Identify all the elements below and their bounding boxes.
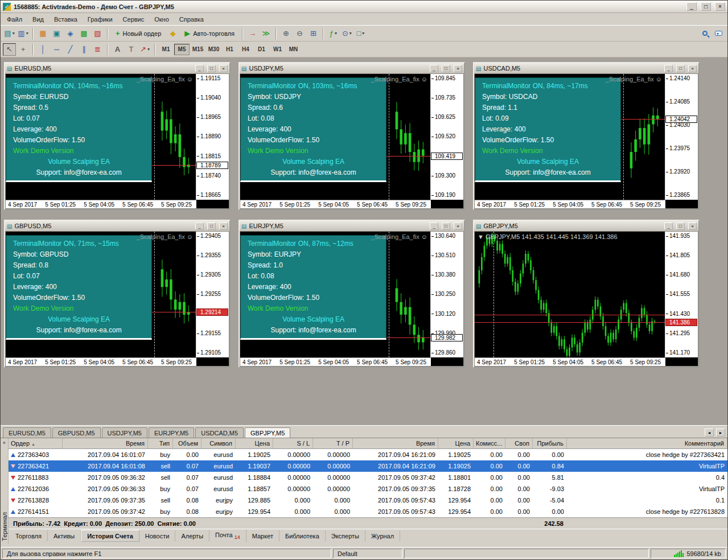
history-row[interactable]: 2273634212017.09.04 16:01:08sell0.07euru… [9, 460, 727, 472]
navigator-button[interactable]: ◈ [64, 27, 77, 40]
column-header-1[interactable]: Ордер▲ [9, 438, 63, 448]
smiley-icon[interactable]: ☺ [656, 76, 662, 83]
time-axis[interactable]: 4 Sep 20175 Sep 01:255 Sep 04:055 Sep 06… [475, 200, 665, 208]
chart-restore-button[interactable]: □ [442, 65, 450, 72]
time-axis[interactable]: 4 Sep 20175 Sep 01:255 Sep 04:055 Sep 06… [6, 357, 196, 366]
column-header-12[interactable]: Своп [505, 438, 533, 448]
smiley-icon[interactable]: ☺ [421, 76, 427, 83]
chart-title-bar[interactable]: ▤ USDJPY,M5 _ □ × [240, 63, 464, 73]
templates-button[interactable]: □▾ [354, 27, 367, 40]
timeframe-m5[interactable]: M5 [174, 44, 190, 55]
chart-restore-button[interactable]: □ [676, 223, 685, 230]
chart-close-button[interactable]: × [454, 223, 462, 230]
chart-canvas[interactable]: TerminalMonitor ON, 104ms, ~16msSymbol: … [6, 74, 196, 200]
chart-canvas[interactable]: TerminalMonitor ON, 103ms, ~16msSymbol: … [240, 74, 431, 200]
chart-minimize-button[interactable]: _ [195, 223, 204, 230]
tab-trade[interactable]: Торговля [10, 530, 48, 541]
chart-tab-eurusd[interactable]: EURUSD,M5 [3, 427, 51, 438]
history-row[interactable]: 2276118832017.09.05 09:36:32sell0.07euru… [9, 472, 727, 483]
window-minimize-button[interactable]: _ [686, 2, 697, 11]
price-scale[interactable]: 1.294051.293551.293051.292551.292051.291… [196, 232, 229, 357]
crosshair-button[interactable]: + [17, 43, 30, 56]
profile-selector[interactable]: Default [333, 549, 402, 558]
chart-title-bar[interactable]: ▤ GBPUSD,M5 _ □ × [5, 221, 229, 231]
time-axis[interactable]: 4 Sep 20175 Sep 01:255 Sep 04:055 Sep 06… [475, 357, 665, 366]
timeframe-w1[interactable]: W1 [270, 44, 285, 55]
vertical-line-button[interactable]: │ [36, 43, 50, 56]
chart-title-bar[interactable]: ▤ EURUSD,M5 _ □ × [5, 63, 229, 73]
time-axis[interactable]: 4 Sep 20175 Sep 01:255 Sep 04:055 Sep 06… [240, 357, 431, 366]
time-axis[interactable]: 4 Sep 20175 Sep 01:255 Sep 04:055 Sep 06… [6, 200, 196, 208]
zoom-out-button[interactable]: ⊖ [293, 27, 306, 40]
chart-restore-button[interactable]: □ [207, 223, 216, 230]
column-header-5[interactable]: Символ [201, 438, 236, 448]
timeframe-h1[interactable]: H1 [222, 44, 237, 55]
chart-restore-button[interactable]: □ [442, 223, 450, 230]
data-window-button[interactable]: ▣ [50, 27, 63, 40]
auto-scroll-button[interactable]: ≫ [260, 27, 273, 40]
column-header-8[interactable]: T / P [313, 438, 353, 448]
tab-journal[interactable]: Журнал [365, 530, 400, 541]
price-scale[interactable]: 1.241401.240851.240301.239751.239201.238… [665, 74, 698, 200]
tab-scroll-left-button[interactable]: ◄ [705, 429, 714, 437]
tab-market[interactable]: Маркет [246, 530, 279, 541]
trendline-button[interactable]: ╱ [64, 43, 77, 56]
column-header-4[interactable]: Объем [173, 438, 201, 448]
periods-button[interactable]: ⊙▾ [340, 27, 353, 40]
column-header-13[interactable]: Прибыль [533, 438, 567, 448]
column-header-7[interactable]: S / L [273, 438, 313, 448]
timeframe-m30[interactable]: M30 [206, 44, 221, 55]
market-watch-button[interactable]: ▦ [36, 27, 50, 40]
column-header-6[interactable]: Цена [236, 438, 273, 448]
timeframe-mn[interactable]: MN [286, 44, 301, 55]
profiles-button[interactable]: ▥▾ [17, 27, 30, 40]
search-button[interactable] [698, 27, 711, 40]
timeframe-d1[interactable]: D1 [254, 44, 269, 55]
terminal-close-button[interactable]: × [3, 440, 6, 446]
timeframe-h4[interactable]: H4 [238, 44, 253, 55]
history-row[interactable]: 2276141512017.09.05 09:37:42buy0.08eurjp… [9, 506, 727, 517]
smiley-icon[interactable]: ☺ [421, 233, 427, 240]
menu-file[interactable]: Файл [2, 14, 27, 24]
community-button[interactable] [712, 27, 725, 40]
price-scale[interactable]: 1.191151.190401.189651.188901.188151.187… [196, 74, 229, 200]
timeframe-m1[interactable]: M1 [158, 44, 174, 55]
chart-minimize-button[interactable]: _ [430, 65, 438, 72]
column-header-11[interactable]: Комисс... [474, 438, 505, 448]
tab-experts[interactable]: Эксперты [326, 530, 365, 541]
text-button[interactable]: A [111, 43, 124, 56]
window-restore-button[interactable]: □ [701, 2, 711, 11]
tab-exposure[interactable]: Активы [48, 530, 81, 541]
menu-view[interactable]: Вид [27, 14, 49, 24]
indicators-button[interactable]: ƒ▾ [327, 27, 340, 40]
history-row[interactable]: 2276120362017.09.05 09:36:33buy0.07eurus… [9, 483, 727, 495]
chart-minimize-button[interactable]: _ [430, 223, 438, 230]
tab-scroll-right-button[interactable]: ► [716, 429, 725, 437]
chart-canvas[interactable]: TerminalMonitor ON, 71ms, ~15msSymbol: G… [6, 232, 196, 357]
column-header-14[interactable]: Комментарий [567, 438, 727, 448]
autotrading-button[interactable]: ▶Авто-торговля [180, 27, 239, 40]
chart-close-button[interactable]: × [688, 223, 697, 230]
zoom-in-button[interactable]: ⊕ [279, 27, 293, 40]
chart-title-bar[interactable]: ▤ EURJPY,M5 _ □ × [240, 221, 464, 231]
history-row[interactable]: 2276138282017.09.05 09:37:35sell0.08eurj… [9, 495, 727, 506]
strategy-tester-button[interactable]: ▧ [91, 27, 104, 40]
new-order-button[interactable]: +Новый ордер [111, 27, 166, 40]
smiley-icon[interactable]: ☺ [187, 76, 193, 83]
column-header-10[interactable]: Цена [438, 438, 474, 448]
column-header-2[interactable]: Время [63, 438, 148, 448]
price-scale[interactable]: 130.640130.510130.380130.250130.120129.9… [431, 232, 463, 357]
chart-title-bar[interactable]: ▤ GBPJPY,M5 _ □ × [474, 221, 698, 231]
chart-restore-button[interactable]: □ [207, 65, 216, 72]
horizontal-line-button[interactable]: ─ [50, 43, 63, 56]
time-axis[interactable]: 4 Sep 20175 Sep 01:255 Sep 04:055 Sep 06… [240, 200, 431, 208]
timeframe-m15[interactable]: M15 [190, 44, 205, 55]
smiley-icon[interactable]: ☺ [187, 233, 193, 240]
chart-tab-usdjpy[interactable]: USDJPY,M5 [102, 427, 147, 438]
tab-news[interactable]: Новости [139, 530, 176, 541]
fibonacci-button[interactable]: ≣ [91, 43, 104, 56]
label-button[interactable]: T [125, 43, 138, 56]
price-scale[interactable]: 109.845109.735109.625109.520109.410109.3… [431, 74, 463, 200]
cursor-button[interactable]: ↖ [3, 43, 16, 56]
price-scale[interactable]: 141.935141.805141.680141.555141.430141.2… [665, 232, 698, 357]
